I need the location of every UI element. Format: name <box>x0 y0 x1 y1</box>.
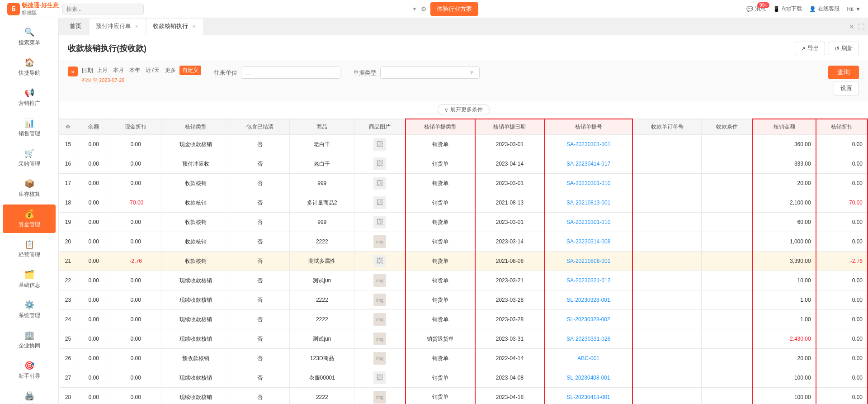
sidebar-item-operations[interactable]: 📋 经营管理 <box>3 235 56 263</box>
order-type-select[interactable]: ▼ <box>380 67 480 79</box>
verify-no-link[interactable]: SA-20210813-001 <box>566 200 610 206</box>
tab-receivable-close-icon[interactable]: × <box>191 23 196 29</box>
user-info[interactable]: Rit ▼ <box>847 6 861 12</box>
goods-image: 🖼 <box>373 177 386 190</box>
date-btn-custom[interactable]: 自定义 <box>179 66 201 75</box>
date-btn-last-month[interactable]: 上月 <box>95 66 109 75</box>
online-service-btn[interactable]: 👤 在线客服 <box>809 5 840 13</box>
verify-discount-cell: 0.00 <box>816 349 868 368</box>
verify-no-link[interactable]: SA-20230321-012 <box>566 277 610 284</box>
date-btn-7days[interactable]: 近7天 <box>144 66 161 75</box>
row-no: 24 <box>59 310 77 329</box>
verify-no-link[interactable]: SL-20230418-001 <box>567 394 610 400</box>
verify-amount-cell: 360.00 <box>753 135 816 154</box>
verify-no-link[interactable]: SL-20230328-002 <box>567 316 610 323</box>
sidebar-item-newbie[interactable]: 🎯 新手引导 <box>3 356 56 385</box>
verify-no-link[interactable]: SA-20230414-017 <box>566 161 610 167</box>
verify-no-link[interactable]: SA-20230301-010 <box>566 180 610 186</box>
verify-no-link[interactable]: SA-20230331-026 <box>566 336 610 342</box>
verify-no-link[interactable]: SA-20230314-008 <box>566 238 610 245</box>
verify-order-type: 销货单 <box>406 135 475 154</box>
sidebar-item-label: 采购管理 <box>19 160 40 168</box>
table-row: 15 0.00 0.00 现金收款核销 否 老白干 🖼 销货单 2023-03-… <box>59 135 868 154</box>
sidebar-item-marketing[interactable]: 📢 营销推广 <box>3 83 56 112</box>
tab-expand-icon[interactable]: ⛶ <box>858 23 864 30</box>
receipt-condition <box>702 388 753 404</box>
goods-image: 🖼 <box>373 196 386 209</box>
sidebar-item-search-menu[interactable]: 🔍 搜索菜单 <box>3 23 56 51</box>
verify-no-link[interactable]: SL-20230328-001 <box>567 297 610 303</box>
balance: 0.00 <box>77 154 110 174</box>
dropdown-arrow-icon[interactable]: ▼ <box>412 6 417 12</box>
receipt-order-no <box>632 174 702 193</box>
verify-order-type: 销货单 <box>406 310 475 329</box>
tab-receivable[interactable]: 收款核销执行 × <box>146 19 203 35</box>
expand-conditions-btn[interactable]: ∨ 展开更多条件 <box>438 104 490 115</box>
app-download-btn[interactable]: 📱 App下载 <box>773 5 802 13</box>
verify-type: 现续收款核销 <box>161 388 230 404</box>
messages-btn[interactable]: 💬 消息 99+ <box>746 5 766 13</box>
page-header-actions: ↗ 导出 ↺ 刷新 <box>795 42 859 55</box>
th-included: 包含已结清 <box>230 119 289 135</box>
table-row: 17 0.00 0.00 收款核销 否 999 🖼 销货单 2023-03-01… <box>59 174 868 193</box>
verify-discount-value: 0.00 <box>852 297 863 303</box>
verify-amount-value: 333.00 <box>794 161 811 167</box>
verify-order-type: 销货单 <box>406 193 475 213</box>
receipt-order-no <box>632 310 702 329</box>
sidebar-item-inventory[interactable]: 📦 库存核算 <box>3 174 56 203</box>
verify-date: 2023-04-08 <box>475 368 544 388</box>
filter-collapse-btn[interactable]: » <box>68 67 78 76</box>
sidebar-item-purchase[interactable]: 🛒 采购管理 <box>3 144 56 172</box>
sidebar-item-system[interactable]: ⚙️ 系统管理 <box>3 295 56 324</box>
sidebar-item-label: 销售管理 <box>19 130 40 138</box>
refresh-btn[interactable]: ↺ 刷新 <box>829 42 859 55</box>
verify-no-link[interactable]: ABC-001 <box>577 355 599 361</box>
verify-no-link[interactable]: SL-20230408-001 <box>567 375 610 381</box>
included: 否 <box>230 310 289 329</box>
verify-amount-cell: 3,390.00 <box>753 252 816 271</box>
setting-btn[interactable]: 设置 <box>834 81 859 95</box>
date-btn-this-year[interactable]: 本年 <box>127 66 142 75</box>
export-btn[interactable]: ↗ 导出 <box>795 42 825 55</box>
verify-amount-value: 60.00 <box>797 219 811 225</box>
tab-prepay-close-icon[interactable]: × <box>134 23 139 29</box>
sidebar-item-sales[interactable]: 📊 销售管理 <box>3 114 56 142</box>
verify-date: 2023-03-21 <box>475 271 544 290</box>
th-settings[interactable]: ⚙ <box>59 119 77 135</box>
goods-img-cell: img <box>354 329 406 349</box>
cash-discount: 0.00 <box>110 290 161 310</box>
th-verify-discount: 核销折扣 <box>816 119 868 135</box>
sidebar-item-basic-info[interactable]: 🗂️ 基础信息 <box>3 265 56 294</box>
tab-home[interactable]: 首页 <box>62 19 89 35</box>
industry-btn[interactable]: 体验行业方案 <box>430 2 478 16</box>
goods: 2222 <box>290 310 354 329</box>
included: 否 <box>230 193 289 213</box>
chevron-down-icon: ∨ <box>444 107 448 113</box>
query-btn[interactable]: 查询 <box>828 66 859 79</box>
row-no: 26 <box>59 349 77 368</box>
date-btn-this-month[interactable]: 本月 <box>111 66 126 75</box>
sidebar-item-quick-nav[interactable]: 🏠 快捷导航 <box>3 53 56 81</box>
settings-icon[interactable]: ⚙ <box>421 5 427 13</box>
counterpart-input[interactable]: ... ··· <box>241 67 340 79</box>
balance: 0.00 <box>77 310 110 329</box>
sidebar-item-finance[interactable]: 💰 资金管理 <box>3 204 56 233</box>
verify-no: SL-20230328-001 <box>544 290 632 310</box>
verify-no-link[interactable]: SA-20230301-010 <box>566 219 610 225</box>
counterpart-dots-icon: ··· <box>330 69 335 76</box>
sidebar-item-smart-hw[interactable]: 🖨️ 智能硬件 <box>3 386 56 404</box>
tab-close-icon[interactable]: ✕ <box>849 23 854 30</box>
verify-amount-value: 100.00 <box>794 394 811 400</box>
date-btn-more[interactable]: 更多 <box>163 66 178 75</box>
goods-img-cell: img <box>354 349 406 368</box>
verify-discount-cell: 0.00 <box>816 174 868 193</box>
verify-discount-value: 0.00 <box>852 277 863 284</box>
sidebar-item-enterprise[interactable]: 🏢 企业协同 <box>3 326 56 354</box>
verify-no-link[interactable]: SA-20210808-001 <box>566 258 610 264</box>
tab-prepay[interactable]: 预付冲应付单 × <box>90 19 146 35</box>
row-no: 22 <box>59 271 77 290</box>
purchase-icon: 🛒 <box>24 148 34 158</box>
goods: 999 <box>290 174 354 193</box>
global-search-input[interactable] <box>62 4 144 14</box>
verify-no-link[interactable]: SA-20230301-001 <box>566 141 610 147</box>
